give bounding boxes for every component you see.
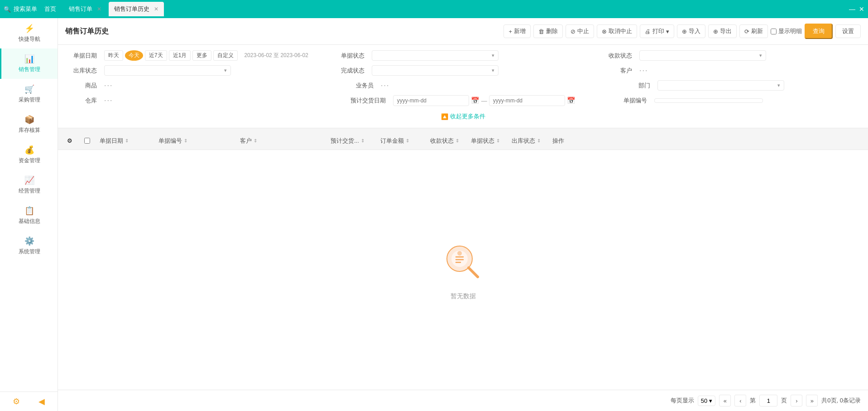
select-all-checkbox[interactable] [84,138,90,144]
delivery-date-to[interactable] [489,95,565,106]
complete-status-control[interactable]: ▾ [372,65,593,76]
th-payment-status[interactable]: 收款状态 ⇕ [427,137,467,145]
th-out-status[interactable]: 出库状态 ⇕ [508,137,549,145]
export-button[interactable]: ⊕ 导出 [708,24,737,38]
date-filter-control: 昨天 今天 近7天 近1月 更多 自定义 2023-06-02 至 2023-0… [104,50,326,61]
payment-status-select[interactable]: ▾ [639,50,766,61]
sidebar-item-inventory[interactable]: 📦 库存核算 [0,109,58,140]
tab-home[interactable]: 首页 [39,2,62,16]
tab-home-label: 首页 [44,5,56,13]
salesperson-input[interactable]: ··· [381,82,389,90]
out-status-select[interactable]: ▾ [104,65,231,76]
th-num[interactable]: 单据编号 ⇕ [155,137,236,145]
th-date[interactable]: 单据日期 ⇕ [96,137,155,145]
sidebar-item-purchase[interactable]: 🛒 采购管理 [0,79,58,109]
sidebar-item-finance[interactable]: 💰 资金管理 [0,140,58,170]
today-btn[interactable]: 今天 [125,50,143,61]
complete-status-label: 完成状态 [333,67,364,75]
search-menu[interactable]: 🔍 搜索菜单 [4,5,37,13]
first-page-button[interactable]: « [719,395,731,406]
out-status-control[interactable]: ▾ [104,65,326,76]
query-button[interactable]: 查询 [805,24,833,39]
last1m-btn[interactable]: 近1月 [169,50,191,61]
th-amount[interactable]: 订单金额 ⇕ [377,137,427,145]
sidebar-gear-icon[interactable]: ⚙ [13,396,20,406]
tab-sales-order-close[interactable]: ✕ [97,6,101,12]
window-controls: — ✕ [849,5,864,13]
th-order-status[interactable]: 单据状态 ⇕ [467,137,508,145]
refresh-button[interactable]: ⟳ 刷新 [739,24,768,38]
next-page-button[interactable]: › [791,395,802,406]
department-select[interactable]: ▾ [657,80,784,91]
warehouse-input[interactable]: ··· [104,97,113,105]
order-num-input[interactable] [654,98,763,103]
delivery-date-from[interactable] [393,95,469,106]
th-order-status-label: 单据状态 [471,137,494,145]
complete-status-select[interactable]: ▾ [372,65,499,76]
order-status-select[interactable]: ▾ [372,50,499,61]
display-cols-toggle[interactable]: 显示明细 [771,27,802,35]
date-filter-label: 单据日期 [65,52,97,60]
stop-button[interactable]: ⊘ 中止 [566,24,594,38]
date-range-text: 2023-06-02 至 2023-06-02 [244,52,308,59]
minimize-icon[interactable]: — [849,5,855,13]
sidebar-item-system[interactable]: ⚙️ 系统管理 [0,231,58,261]
yesterday-btn[interactable]: 昨天 [104,50,123,61]
refresh-icon: ⟳ [744,28,749,35]
goods-label: 商品 [65,82,97,90]
empty-text: 暂无数据 [451,292,476,300]
close-window-icon[interactable]: ✕ [859,5,864,13]
page-size-arrow-icon: ▾ [709,397,712,404]
inventory-icon: 📦 [24,115,34,125]
last7-btn[interactable]: 近7天 [145,50,167,61]
department-control[interactable]: ▾ [657,80,861,91]
collapse-button[interactable]: 🔼 收起更多条件 [65,111,861,122]
page-size-value: 50 [701,397,707,404]
tab-sales-order[interactable]: 销售订单 ✕ [63,2,107,16]
export-icon: ⊕ [713,28,718,35]
page-input[interactable] [759,395,777,406]
sidebar-item-operation[interactable]: 📈 经营管理 [0,170,58,200]
tab-sales-history-close[interactable]: ✕ [154,6,158,12]
more-btn[interactable]: 更多 [192,50,211,61]
payment-status-label: 收款状态 [600,52,632,60]
filter-section: 单据日期 昨天 今天 近7天 近1月 更多 自定义 2023-06-02 至 2… [58,45,868,128]
tab-sales-history[interactable]: 销售订单历史 ✕ [109,2,164,16]
goods-input[interactable]: ··· [104,82,113,90]
warehouse-label: 仓库 [65,97,97,105]
custom-btn[interactable]: 自定义 [213,50,238,61]
new-button[interactable]: + 新增 [504,24,531,38]
order-status-control[interactable]: ▾ [372,50,593,61]
print-button[interactable]: 🖨 打印 ▾ [640,24,674,38]
th-delivery[interactable]: 预计交货... ⇕ [327,137,377,145]
th-customer[interactable]: 客户 ⇕ [236,137,327,145]
sidebar-item-sales[interactable]: 📊 销售管理 [0,48,58,79]
last-page-button[interactable]: » [806,395,818,406]
table-checkbox-all[interactable] [78,138,96,144]
cancel-stop-button[interactable]: ⊗ 取消中止 [597,24,637,38]
th-payment-status-sort-icon: ⇕ [456,138,459,143]
sidebar-collapse-icon[interactable]: ◀ [38,396,45,406]
sidebar-item-quick-nav[interactable]: ⚡ 快捷导航 [0,18,58,48]
th-operation-label: 操作 [552,137,564,145]
th-order-status-sort-icon: ⇕ [496,138,500,143]
filter-row-1: 单据日期 昨天 今天 近7天 近1月 更多 自定义 2023-06-02 至 2… [65,50,861,61]
th-amount-label: 订单金额 [380,137,404,145]
th-operation: 操作 [549,137,864,145]
sidebar-item-basic-info[interactable]: 📋 基础信息 [0,200,58,231]
th-customer-label: 客户 [240,137,252,145]
delivery-date-from-calendar-icon[interactable]: 📅 [471,97,480,105]
delete-button[interactable]: 🗑 删除 [533,24,563,38]
payment-status-control[interactable]: ▾ [639,50,861,61]
setting-button[interactable]: 设置 [835,24,861,38]
page-size-select[interactable]: 50 ▾ [698,396,715,406]
display-cols-checkbox[interactable] [771,29,777,34]
tab-sales-history-label: 销售订单历史 [114,5,149,13]
delivery-date-to-calendar-icon[interactable]: 📅 [567,97,575,105]
table-settings-icon[interactable]: ⚙ [62,137,78,144]
import-button[interactable]: ⊕ 导入 [677,24,705,38]
customer-input[interactable]: ··· [639,67,648,75]
order-num-control[interactable] [654,98,861,103]
complete-status-arrow-icon: ▾ [492,68,494,73]
prev-page-button[interactable]: ‹ [734,395,746,406]
